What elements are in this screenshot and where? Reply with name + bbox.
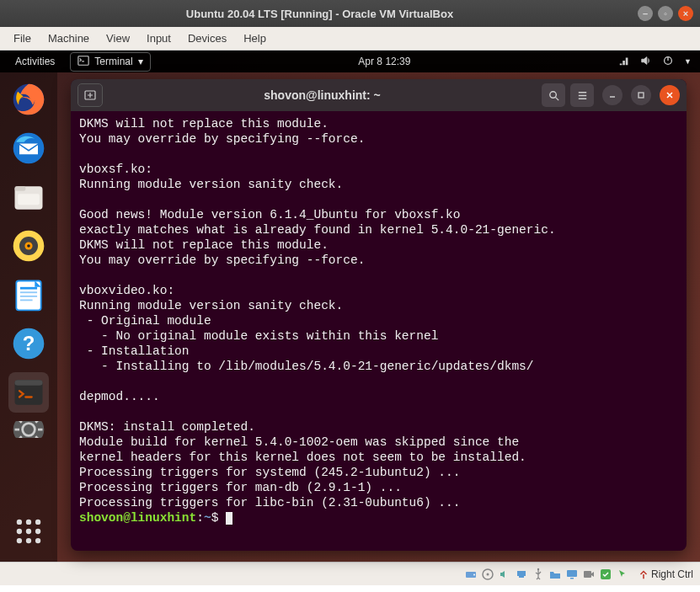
new-tab-button[interactable] (77, 83, 103, 107)
activities-button[interactable]: Activities (8, 56, 61, 67)
terminal-maximize-button[interactable] (631, 85, 651, 105)
show-applications-button[interactable] (8, 511, 49, 552)
virtualbox-window-title: Ubuntu 20.04 LTS [Running] - Oracle VM V… (7, 8, 633, 20)
virtualbox-titlebar: Ubuntu 20.04 LTS [Running] - Oracle VM V… (0, 0, 700, 27)
power-icon (662, 55, 674, 69)
dock-libreoffice-writer[interactable] (8, 275, 49, 315)
svg-rect-37 (639, 93, 644, 98)
host-key-label: Right Ctrl (651, 568, 693, 580)
svg-rect-15 (20, 291, 37, 293)
terminal-titlebar[interactable]: shovon@linuxhint: ~ (71, 79, 687, 111)
svg-point-11 (27, 244, 30, 248)
chevron-down-icon: ▼ (684, 57, 692, 66)
svg-point-26 (35, 520, 40, 525)
dock-help[interactable]: ? (8, 323, 49, 364)
shared-folders-icon[interactable] (548, 568, 562, 581)
svg-rect-17 (20, 300, 33, 301)
recording-icon[interactable] (582, 568, 596, 581)
menu-view[interactable]: View (98, 29, 138, 48)
network-icon (618, 55, 630, 69)
svg-point-27 (17, 529, 22, 534)
svg-point-25 (26, 520, 31, 525)
app-menu-label: Terminal (94, 56, 132, 67)
svg-rect-21 (15, 380, 43, 385)
system-tray[interactable]: ▼ (618, 55, 692, 69)
dock-thunderbird[interactable] (8, 128, 49, 168)
menu-devices[interactable]: Devices (179, 29, 235, 48)
volume-icon (640, 55, 652, 69)
mouse-integration-icon[interactable] (616, 568, 629, 581)
keyboard-icon (638, 568, 649, 580)
svg-rect-6 (15, 186, 26, 191)
svg-point-31 (26, 538, 31, 543)
svg-point-44 (537, 568, 539, 569)
menu-help[interactable]: Help (235, 29, 275, 48)
svg-rect-47 (584, 571, 591, 578)
svg-rect-42 (517, 571, 526, 576)
svg-text:?: ? (23, 332, 35, 355)
dock-settings[interactable] (8, 421, 49, 438)
guest-additions-icon[interactable] (599, 568, 612, 581)
dock-files[interactable] (8, 177, 49, 217)
app-menu[interactable]: Terminal ▾ (70, 52, 150, 72)
svg-rect-45 (567, 570, 577, 577)
chevron-down-icon: ▾ (138, 56, 143, 67)
terminal-body[interactable]: DKMS will not replace this module. You m… (71, 111, 687, 551)
optical-disk-icon[interactable] (481, 568, 494, 581)
menu-file[interactable]: File (5, 29, 40, 48)
terminal-minimize-button[interactable] (602, 85, 623, 105)
display-icon[interactable] (565, 568, 579, 581)
svg-rect-14 (20, 287, 37, 290)
svg-rect-43 (519, 576, 524, 578)
host-maximize-button[interactable]: ◦ (658, 6, 673, 21)
clock[interactable]: Apr 8 12:39 (151, 56, 618, 67)
svg-point-30 (17, 538, 22, 543)
terminal-title: shovon@linuxhint: ~ (103, 88, 542, 102)
gnome-topbar: Activities Terminal ▾ Apr 8 12:39 ▼ (0, 51, 700, 72)
svg-point-28 (26, 529, 31, 534)
virtualbox-menubar: File Machine View Input Devices Help (0, 27, 700, 51)
svg-rect-46 (570, 578, 574, 579)
terminal-close-button[interactable] (660, 85, 680, 105)
menu-input[interactable]: Input (138, 29, 179, 48)
svg-rect-16 (20, 296, 37, 297)
svg-point-34 (549, 91, 556, 98)
terminal-app-icon (77, 55, 89, 69)
svg-point-29 (35, 529, 40, 534)
svg-point-39 (473, 573, 475, 575)
ubuntu-dock: ? (0, 72, 57, 562)
network-adapter-icon[interactable] (515, 568, 528, 581)
hamburger-menu-button[interactable] (570, 83, 594, 107)
svg-point-41 (486, 573, 489, 575)
dock-terminal[interactable] (8, 372, 49, 413)
svg-line-35 (555, 97, 558, 100)
audio-icon[interactable] (498, 568, 511, 581)
svg-point-24 (17, 520, 22, 525)
host-close-button[interactable]: × (678, 6, 693, 21)
menu-machine[interactable]: Machine (40, 29, 98, 48)
virtualbox-statusbar: Right Ctrl (0, 562, 700, 585)
svg-rect-7 (18, 194, 40, 205)
search-button[interactable] (542, 83, 565, 107)
host-minimize-button[interactable]: – (638, 6, 653, 21)
hard-disk-icon[interactable] (464, 568, 478, 581)
dock-firefox[interactable] (8, 79, 49, 120)
svg-point-32 (35, 538, 40, 543)
host-key-indicator[interactable]: Right Ctrl (638, 568, 693, 580)
guest-viewport: Activities Terminal ▾ Apr 8 12:39 ▼ (0, 51, 700, 562)
dock-rhythmbox[interactable] (8, 226, 49, 266)
usb-icon[interactable] (532, 568, 545, 581)
terminal-window: shovon@linuxhint: ~ DKMS will not replac… (71, 79, 687, 551)
